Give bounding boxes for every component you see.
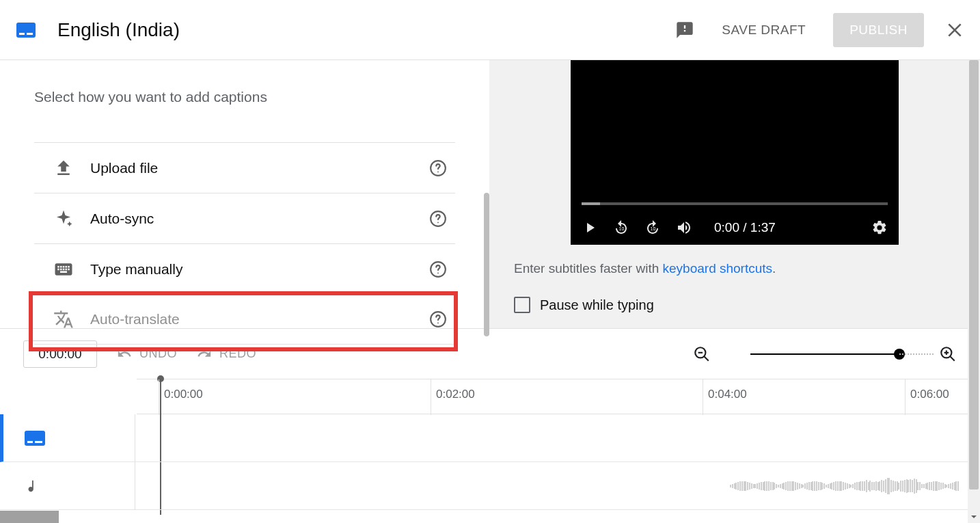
help-icon[interactable] <box>429 210 447 228</box>
zoom-out-icon[interactable] <box>693 345 711 363</box>
page-scrollbar-down-arrow[interactable] <box>968 511 980 523</box>
publish-button[interactable]: PUBLISH <box>833 13 924 47</box>
audio-track[interactable] <box>135 462 980 510</box>
zoom-slider[interactable] <box>750 353 899 355</box>
feedback-icon[interactable] <box>675 21 694 40</box>
option-auto-sync[interactable]: Auto-sync <box>34 193 455 243</box>
help-icon[interactable] <box>429 159 447 177</box>
option-label: Type manually <box>90 261 429 278</box>
svg-point-1 <box>437 171 439 172</box>
keyboard-shortcuts-link[interactable]: keyboard shortcuts <box>663 261 773 276</box>
play-icon[interactable] <box>582 219 598 236</box>
caption-instruction: Select how you want to add captions <box>34 89 455 105</box>
option-label: Upload file <box>90 160 429 176</box>
timeline-mark: 0:06:00 <box>910 388 949 401</box>
left-panel-scrollbar-thumb[interactable] <box>484 193 489 336</box>
track-header-captions[interactable] <box>0 414 135 462</box>
page-scrollbar[interactable] <box>968 60 980 511</box>
keyboard-shortcuts-hint: Enter subtitles faster with keyboard sho… <box>489 245 980 276</box>
option-label: Auto-sync <box>90 211 429 227</box>
undo-button[interactable]: UNDO <box>116 347 177 362</box>
music-note-icon <box>25 477 40 495</box>
audio-waveform <box>730 477 962 495</box>
video-progress-bar[interactable] <box>582 202 888 205</box>
svg-text:10: 10 <box>619 226 625 231</box>
timeline-mark: 0:02:00 <box>436 388 475 401</box>
video-time-display: 0:00 / 1:37 <box>714 220 776 235</box>
close-icon[interactable] <box>946 21 964 39</box>
redo-button[interactable]: REDO <box>196 347 256 362</box>
pause-while-typing-label: Pause while typing <box>540 297 654 313</box>
option-label: Auto-translate <box>90 311 429 327</box>
svg-text:10: 10 <box>651 226 656 231</box>
zoom-in-icon[interactable] <box>939 345 957 363</box>
captions-track[interactable] <box>135 414 980 462</box>
svg-point-7 <box>437 323 439 324</box>
page-title: English (India) <box>57 19 180 41</box>
video-player[interactable]: 10 10 0:00 / 1:37 <box>571 60 899 245</box>
option-upload-file[interactable]: Upload file <box>34 142 455 193</box>
svg-point-5 <box>437 272 439 273</box>
pause-while-typing-checkbox[interactable] <box>514 297 530 313</box>
subtitles-icon <box>16 23 36 38</box>
option-type-manually[interactable]: Type manually <box>34 243 455 294</box>
save-draft-button[interactable]: SAVE DRAFT <box>708 13 819 47</box>
track-header-audio[interactable] <box>0 462 135 510</box>
timeline-mark: 0:00:00 <box>164 388 203 401</box>
forward-10-icon[interactable]: 10 <box>644 219 661 236</box>
timeline-mark: 0:04:00 <box>708 388 747 401</box>
svg-point-3 <box>437 222 439 223</box>
timeline-ruler[interactable]: 0:00:00 0:02:00 0:04:00 0:06:00 <box>137 379 980 414</box>
settings-icon[interactable] <box>871 219 888 236</box>
help-icon[interactable] <box>429 310 447 328</box>
option-auto-translate[interactable]: Auto-translate <box>34 294 455 345</box>
sparkle-icon <box>53 209 74 229</box>
resize-handle[interactable] <box>0 511 59 523</box>
subtitles-icon <box>25 431 45 446</box>
keyboard-icon <box>53 259 74 280</box>
translate-icon <box>53 309 74 330</box>
upload-icon <box>53 158 74 178</box>
replay-10-icon[interactable]: 10 <box>613 219 629 236</box>
volume-icon[interactable] <box>676 219 692 236</box>
help-icon[interactable] <box>429 260 447 278</box>
page-scrollbar-thumb[interactable] <box>969 60 979 490</box>
